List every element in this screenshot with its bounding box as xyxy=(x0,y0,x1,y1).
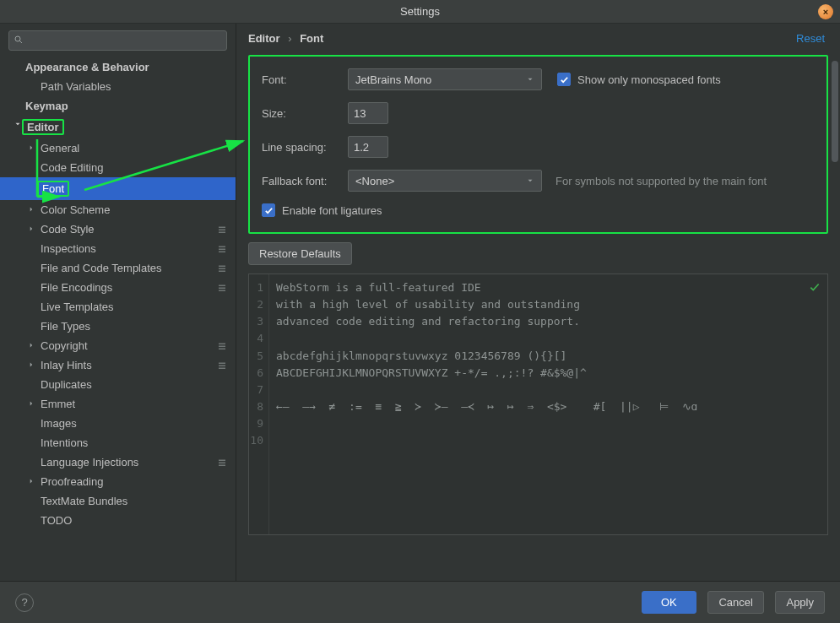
breadcrumb-root: Editor xyxy=(248,32,280,45)
ok-button[interactable]: OK xyxy=(642,591,696,614)
cat-appearance[interactable]: Appearance & Behavior xyxy=(0,57,236,77)
row-fallback: Fallback font: <None> For symbols not su… xyxy=(262,170,815,192)
svg-rect-18 xyxy=(219,366,225,367)
settings-body: Appearance & Behavior Path Variables Key… xyxy=(0,24,840,581)
svg-rect-9 xyxy=(219,268,225,270)
cat-keymap[interactable]: Keymap xyxy=(0,96,236,116)
size-input[interactable] xyxy=(348,102,388,124)
chevron-right-icon xyxy=(27,399,35,408)
item-copyright[interactable]: Copyright xyxy=(0,336,236,355)
preview-code: WebStorm is a full-featured IDE with a h… xyxy=(269,274,704,534)
item-code-style[interactable]: Code Style xyxy=(0,219,236,239)
cat-editor[interactable]: Editor xyxy=(0,116,236,138)
svg-rect-21 xyxy=(219,463,225,464)
item-proofreading[interactable]: Proofreading xyxy=(0,472,236,491)
svg-rect-14 xyxy=(219,344,225,345)
svg-rect-7 xyxy=(219,252,225,253)
row-ligatures: Enable font ligatures xyxy=(262,203,815,217)
close-button[interactable]: × xyxy=(818,4,833,19)
item-color-scheme[interactable]: Color Scheme xyxy=(0,200,236,219)
breadcrumb-bar: Editor › Font Reset xyxy=(236,24,840,51)
item-inlay-hints[interactable]: Inlay Hints xyxy=(0,355,236,375)
label-color-scheme: Color Scheme xyxy=(41,203,110,216)
chevron-right-icon xyxy=(27,341,35,349)
svg-rect-13 xyxy=(219,290,225,292)
font-label: Font: xyxy=(262,73,348,86)
row-size: Size: xyxy=(262,102,815,124)
svg-rect-20 xyxy=(219,460,225,462)
label-live-templates: Live Templates xyxy=(41,301,113,313)
label-file-code-templates: File and Code Templates xyxy=(41,262,162,274)
chevron-down-icon xyxy=(526,176,534,185)
breadcrumb-leaf: Font xyxy=(300,32,323,45)
svg-rect-4 xyxy=(219,232,225,234)
label-file-encodings: File Encodings xyxy=(41,281,112,294)
label-inlay-hints: Inlay Hints xyxy=(41,359,92,371)
label-font: Font xyxy=(37,181,69,197)
item-file-types[interactable]: File Types xyxy=(0,317,236,336)
fallback-label: Fallback font: xyxy=(262,175,348,187)
project-scope-icon xyxy=(217,283,227,293)
item-duplicates[interactable]: Duplicates xyxy=(0,375,236,394)
preview-gutter: 12345678910 xyxy=(249,274,269,534)
item-file-code-templates[interactable]: File and Code Templates xyxy=(0,258,236,278)
fallback-combo[interactable]: <None> xyxy=(348,170,542,192)
item-font[interactable]: Font xyxy=(0,177,236,200)
help-button[interactable]: ? xyxy=(15,593,34,612)
row-font: Font: JetBrains Mono Show only monospace… xyxy=(262,68,815,90)
linespacing-label: Line spacing: xyxy=(262,141,348,154)
svg-rect-3 xyxy=(219,230,225,231)
restore-defaults-button[interactable]: Restore Defaults xyxy=(248,242,352,265)
close-icon: × xyxy=(823,7,828,17)
reset-link[interactable]: Reset xyxy=(796,32,825,45)
svg-point-0 xyxy=(15,36,20,41)
titlebar: Settings × xyxy=(0,0,840,24)
item-general[interactable]: General xyxy=(0,138,236,158)
apply-button[interactable]: Apply xyxy=(775,591,825,614)
item-intentions[interactable]: Intentions xyxy=(0,433,236,452)
check-icon xyxy=(560,75,569,84)
label-file-types: File Types xyxy=(41,320,90,333)
project-scope-icon xyxy=(217,458,227,468)
font-settings-panel: Font: JetBrains Mono Show only monospace… xyxy=(248,55,828,234)
item-inspections[interactable]: Inspections xyxy=(0,239,236,258)
linespacing-input[interactable] xyxy=(348,136,388,158)
ligatures-label[interactable]: Enable font ligatures xyxy=(282,204,382,217)
footer-buttons: OK Cancel Apply xyxy=(633,591,825,614)
chevron-down-icon xyxy=(526,75,534,84)
font-preview[interactable]: 12345678910 WebStorm is a full-featured … xyxy=(248,274,828,535)
chevron-right-icon xyxy=(27,360,35,369)
cancel-button[interactable]: Cancel xyxy=(707,591,763,614)
main-panel: Editor › Font Reset Font: JetBrains Mono… xyxy=(236,24,840,581)
font-combo[interactable]: JetBrains Mono xyxy=(348,68,542,90)
settings-tree[interactable]: Appearance & Behavior Path Variables Key… xyxy=(0,56,236,581)
svg-rect-5 xyxy=(219,246,225,248)
mono-only-checkbox[interactable] xyxy=(557,73,571,86)
svg-rect-16 xyxy=(219,349,225,350)
ligatures-checkbox[interactable] xyxy=(262,203,275,217)
label-inspections: Inspections xyxy=(41,242,96,255)
svg-rect-22 xyxy=(219,465,225,467)
font-combo-value: JetBrains Mono xyxy=(355,73,431,86)
item-images[interactable]: Images xyxy=(0,414,236,433)
item-file-encodings[interactable]: File Encodings xyxy=(0,278,236,297)
scrollbar-thumb[interactable] xyxy=(832,61,838,162)
project-scope-icon xyxy=(217,341,227,351)
mono-only-label[interactable]: Show only monospaced fonts xyxy=(577,73,721,86)
item-live-templates[interactable]: Live Templates xyxy=(0,297,236,317)
item-code-editing[interactable]: Code Editing xyxy=(0,158,236,177)
svg-rect-11 xyxy=(219,285,225,287)
svg-rect-15 xyxy=(219,346,225,348)
search-input[interactable] xyxy=(8,30,227,51)
project-scope-icon xyxy=(217,244,227,254)
item-todo[interactable]: TODO xyxy=(0,511,236,530)
svg-rect-10 xyxy=(219,271,225,273)
item-language-injections[interactable]: Language Injections xyxy=(0,452,236,472)
search-wrap xyxy=(0,24,236,56)
item-emmet[interactable]: Emmet xyxy=(0,394,236,414)
chevron-down-icon xyxy=(14,120,22,128)
item-path-variables[interactable]: Path Variables xyxy=(0,77,236,96)
project-scope-icon xyxy=(217,263,227,274)
item-textmate[interactable]: TextMate Bundles xyxy=(0,491,236,511)
label-textmate: TextMate Bundles xyxy=(41,495,127,507)
